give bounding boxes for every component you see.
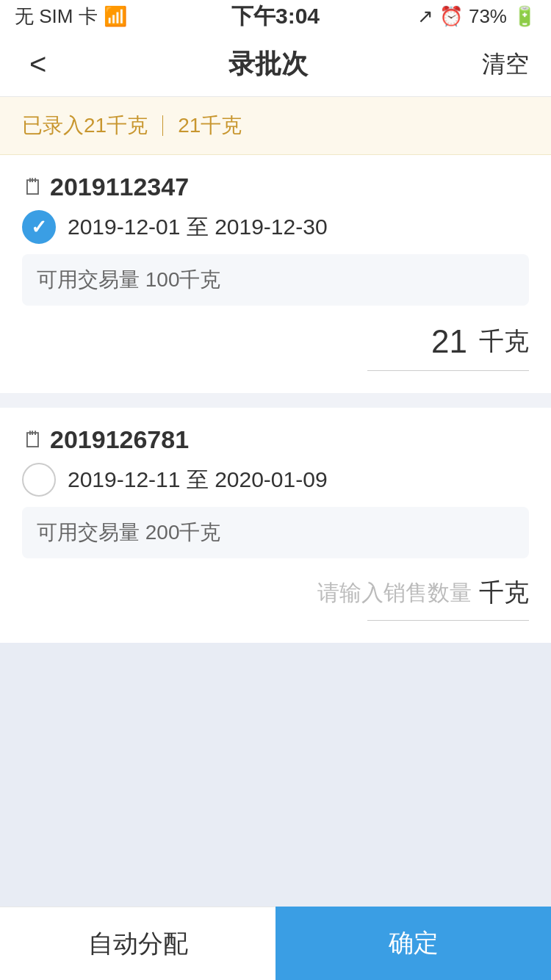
batch-1-quantity-divider [367, 370, 529, 371]
batch-2-date-row: 2019-12-11 至 2020-01-09 [22, 463, 529, 497]
batch-2-unit: 千克 [479, 576, 529, 610]
status-right: ↗ ⏰ 73% 🔋 [417, 5, 536, 28]
auto-distribute-button[interactable]: 自动分配 [0, 907, 276, 980]
batch-1-radio[interactable] [22, 210, 56, 244]
batch-2-input-placeholder: 请输入销售数量 [317, 578, 472, 608]
bottom-bar: 自动分配 确定 [0, 907, 551, 980]
batch-1-quantity-row: 21 千克 [22, 317, 529, 370]
clear-button[interactable]: 清空 [482, 48, 529, 81]
batch-1-icon: 🗒 [22, 175, 44, 200]
batch-1-id: 2019112347 [50, 173, 189, 201]
batch-2-input-row: 请输入销售数量 千克 [22, 570, 529, 620]
batch-1-available: 可用交易量 100千克 [22, 254, 529, 306]
batch-1-date: 2019-12-01 至 2019-12-30 [68, 212, 328, 242]
summary-recorded-label: 已录入21千克 [22, 112, 148, 140]
batch-2-radio[interactable] [22, 463, 56, 497]
battery-label: 73% [469, 5, 507, 28]
section-divider [0, 393, 551, 408]
status-bar: 无 SIM 卡 📶 下午3:04 ↗ ⏰ 73% 🔋 [0, 0, 551, 32]
page-title: 录批次 [228, 46, 308, 82]
summary-value: 21千克 [178, 112, 242, 140]
status-time: 下午3:04 [231, 1, 320, 32]
summary-divider [162, 115, 163, 136]
nav-bar: < 录批次 清空 [0, 32, 551, 97]
batch-1-header: 🗒 2019112347 [22, 173, 529, 201]
status-left: 无 SIM 卡 📶 [15, 4, 127, 29]
batch-1-date-row: 2019-12-01 至 2019-12-30 [22, 210, 529, 244]
batch-card-2: 🗒 2019126781 2019-12-11 至 2020-01-09 可用交… [0, 408, 551, 643]
batch-1-unit: 千克 [479, 325, 529, 359]
batch-2-date: 2019-12-11 至 2020-01-09 [68, 465, 328, 495]
batch-2-id: 2019126781 [50, 425, 189, 454]
wifi-icon: 📶 [104, 5, 127, 28]
confirm-button[interactable]: 确定 [276, 907, 551, 980]
batch-2-input-underline [367, 620, 529, 621]
batch-card-1: 🗒 2019112347 2019-12-01 至 2019-12-30 可用交… [0, 155, 551, 393]
batch-2-header: 🗒 2019126781 [22, 425, 529, 454]
carrier-label: 无 SIM 卡 [15, 4, 98, 29]
battery-icon: 🔋 [513, 5, 536, 28]
summary-bar: 已录入21千克 21千克 [0, 97, 551, 155]
alarm-icon: ⏰ [439, 5, 463, 28]
location-icon: ↗ [417, 5, 433, 28]
back-button[interactable]: < [22, 40, 54, 88]
batch-1-quantity-value: 21 [431, 323, 467, 360]
batch-2-icon: 🗒 [22, 428, 44, 453]
batch-2-available: 可用交易量 200千克 [22, 507, 529, 558]
